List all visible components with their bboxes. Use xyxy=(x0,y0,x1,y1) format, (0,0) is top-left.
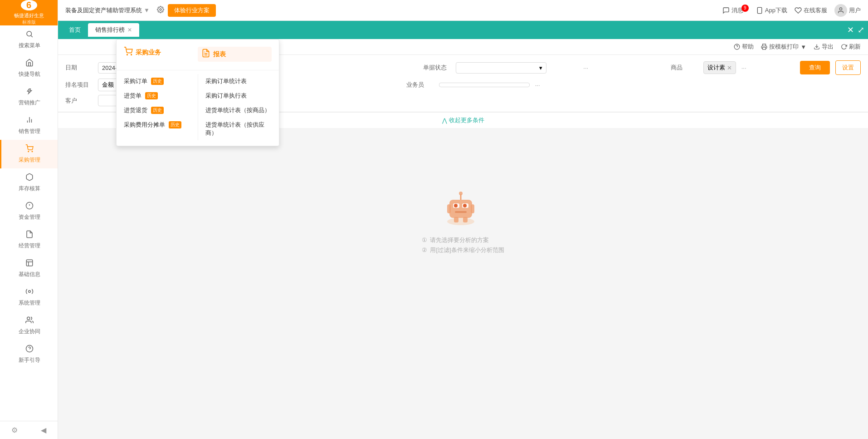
industry-btn[interactable]: 体验行业方案 xyxy=(168,4,216,17)
svg-point-0 xyxy=(27,31,32,36)
system-dropdown-icon[interactable]: ▼ xyxy=(144,7,150,14)
svg-marker-2 xyxy=(28,89,32,94)
finance-icon xyxy=(25,202,34,212)
dropdown-header: 采购业务 报表 xyxy=(117,45,279,70)
sidebar-item-search[interactable]: 搜索菜单 xyxy=(0,25,58,54)
sidebar-item-quick-nav-label: 快捷导航 xyxy=(19,70,40,78)
sidebar-item-search-label: 搜索菜单 xyxy=(19,42,40,49)
report-col-title: 报表 xyxy=(198,47,272,62)
sidebar-item-enterprise[interactable]: 企业协同 xyxy=(0,311,58,340)
tab-sales-rank[interactable]: 销售排行榜 ✕ xyxy=(88,23,139,37)
guide-icon xyxy=(25,345,34,355)
sidebar-item-operations[interactable]: 经营管理 xyxy=(0,226,58,254)
history-badge-0: 历史 xyxy=(151,78,164,85)
marketing-icon xyxy=(25,87,34,98)
app-download-label: App下载 xyxy=(765,6,787,15)
tab-maximize-icon[interactable]: ⤢ xyxy=(858,25,864,35)
tab-minimize-icon[interactable]: ✕ xyxy=(847,25,854,35)
svg-line-1 xyxy=(31,35,32,37)
topbar-system: 装备及固定资产辅助管理系统 ▼ xyxy=(65,6,150,15)
svg-point-18 xyxy=(160,9,161,10)
message-badge: 9 xyxy=(741,5,749,12)
svg-point-15 xyxy=(27,317,30,320)
content-area: 帮助 按模板打印 ▼ 导出 刷新 日期 近7天 更多 xyxy=(58,39,868,439)
user-label: 用户 xyxy=(849,6,861,15)
sidebar-bottom: ⚙ ◀ xyxy=(0,421,58,439)
dropdown-item-expense[interactable]: 采购费用分摊单 历史 xyxy=(117,118,198,132)
dropdown-item-report-1[interactable]: 采购订单执行表 xyxy=(198,89,279,103)
system-title: 装备及固定资产辅助管理系统 xyxy=(65,6,142,15)
svg-point-21 xyxy=(839,8,842,10)
logo-text: 畅捷通好生意 xyxy=(14,12,44,19)
topbar: 装备及固定资产辅助管理系统 ▼ 体验行业方案 消息 9 App下载 在线客服 xyxy=(58,0,868,21)
sidebar-item-operations-label: 经营管理 xyxy=(19,242,40,250)
purchase-items-col: 采购订单 历史 进货单 历史 进货退货 历史 采购费用分摊单 历史 xyxy=(117,74,198,140)
topbar-right: 消息 9 App下载 在线客服 用户 xyxy=(722,4,861,17)
logo-sub: 标准版 xyxy=(22,19,36,25)
topbar-settings-icon[interactable] xyxy=(157,6,164,15)
svg-point-7 xyxy=(32,151,33,152)
sidebar-settings-btn[interactable]: ⚙ xyxy=(11,426,18,434)
purchase-col: 采购业务 xyxy=(124,47,198,66)
dropdown-item-report-3[interactable]: 进货单统计表（按供应商） xyxy=(198,118,279,140)
system-icon xyxy=(25,287,34,298)
dropdown-body: 采购订单 历史 进货单 历史 进货退货 历史 采购费用分摊单 历史 xyxy=(117,74,279,140)
sidebar-item-finance[interactable]: 资金管理 xyxy=(0,197,58,226)
svg-point-14 xyxy=(29,291,31,293)
sidebar-item-marketing-label: 营销推广 xyxy=(19,99,40,107)
report-col: 报表 xyxy=(198,47,272,66)
sales-icon xyxy=(25,116,34,126)
user-avatar xyxy=(834,4,847,17)
purchase-icon xyxy=(25,144,34,155)
enterprise-icon xyxy=(25,316,34,326)
purchase-col-icon xyxy=(124,47,133,58)
main-content: 装备及固定资产辅助管理系统 ▼ 体验行业方案 消息 9 App下载 在线客服 xyxy=(58,0,868,439)
sidebar-item-quick-nav[interactable]: 快捷导航 xyxy=(0,54,58,83)
sidebar-item-system-label: 系统管理 xyxy=(19,299,40,307)
sidebar-item-guide[interactable]: 新手引导 xyxy=(0,340,58,369)
sidebar-item-inventory[interactable]: 库存核算 xyxy=(0,168,58,197)
svg-point-40 xyxy=(131,54,132,55)
sidebar-collapse-btn[interactable]: ◀ xyxy=(41,426,46,434)
sidebar: 6 畅捷通好生意 标准版 搜索菜单 快捷导航 营销推广 xyxy=(0,0,58,439)
dropdown-item-return[interactable]: 进货退货 历史 xyxy=(117,103,198,118)
user-btn[interactable]: 用户 xyxy=(834,4,861,17)
dropdown-item-purchase-order[interactable]: 采购订单 历史 xyxy=(117,74,198,89)
home-icon xyxy=(25,59,34,69)
sidebar-item-system[interactable]: 系统管理 xyxy=(0,283,58,311)
report-items-col: 采购订单统计表 采购订单执行表 进货单统计表（按商品） 进货单统计表（按供应商） xyxy=(198,74,279,140)
tab-home[interactable]: 首页 xyxy=(62,23,88,37)
online-service-btn[interactable]: 在线客服 xyxy=(795,6,827,15)
logo-icon: 6 xyxy=(21,0,37,10)
history-badge-2: 历史 xyxy=(151,107,164,114)
dropdown-item-incoming[interactable]: 进货单 历史 xyxy=(117,89,198,103)
history-badge-1: 历史 xyxy=(145,92,158,99)
online-service-label: 在线客服 xyxy=(804,6,827,15)
inventory-icon xyxy=(25,173,34,183)
sidebar-item-guide-label: 新手引导 xyxy=(19,356,40,364)
app-download-btn[interactable]: App下载 xyxy=(756,6,787,15)
sidebar-item-sales[interactable]: 销售管理 xyxy=(0,111,58,140)
tabbar: 首页 销售排行榜 ✕ ✕ ⤢ xyxy=(58,21,868,39)
sidebar-item-marketing[interactable]: 营销推广 xyxy=(0,83,58,111)
sidebar-item-finance-label: 资金管理 xyxy=(19,213,40,221)
dropdown-menu: 采购业务 报表 采购订单 历史 xyxy=(116,39,279,146)
sidebar-item-inventory-label: 库存核算 xyxy=(19,185,40,192)
basic-icon xyxy=(25,259,34,269)
message-btn[interactable]: 消息 9 xyxy=(722,6,749,15)
dropdown-item-report-2[interactable]: 进货单统计表（按商品） xyxy=(198,103,279,118)
operations-icon xyxy=(25,230,34,241)
svg-point-6 xyxy=(28,151,29,152)
sidebar-item-purchase[interactable]: 采购管理 xyxy=(0,140,58,168)
purchase-col-title: 采购业务 xyxy=(124,47,198,58)
sidebar-item-sales-label: 销售管理 xyxy=(19,128,40,135)
dropdown-item-report-0[interactable]: 采购订单统计表 xyxy=(198,74,279,89)
svg-rect-19 xyxy=(757,7,761,13)
report-col-icon xyxy=(201,49,210,60)
tab-actions: ✕ ⤢ xyxy=(847,25,864,35)
svg-rect-11 xyxy=(26,260,33,266)
tab-close-icon[interactable]: ✕ xyxy=(127,27,132,33)
sidebar-item-purchase-label: 采购管理 xyxy=(19,156,40,164)
history-badge-3: 历史 xyxy=(169,121,181,128)
sidebar-item-basic[interactable]: 基础信息 xyxy=(0,254,58,283)
